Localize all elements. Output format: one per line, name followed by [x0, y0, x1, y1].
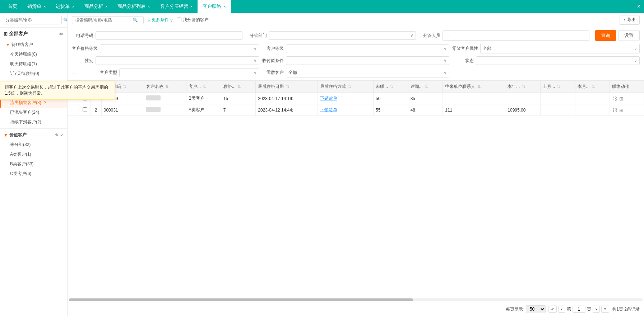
retailattr-select[interactable]: 全部 ∨	[480, 44, 640, 53]
chevron-down-icon: ∨	[444, 46, 447, 51]
sort-icon[interactable]: ⇅	[348, 84, 351, 89]
page-prefix: 第	[567, 306, 571, 312]
sidebar-item-7days[interactable]: 近7天待联络(0)	[0, 69, 67, 79]
row-checkbox-cell	[79, 104, 91, 116]
row-year-amount	[505, 93, 541, 104]
th-overdue: 逾期... ⇅	[408, 81, 443, 93]
contact-method-link[interactable]: 下销货单	[320, 96, 337, 101]
close-icon[interactable]: ×	[190, 4, 193, 9]
export-button[interactable]: ↑ 导出	[620, 15, 640, 25]
window-close-button[interactable]: ×	[637, 3, 640, 10]
first-page-btn[interactable]: «	[548, 306, 557, 313]
sort-icon[interactable]: ⇅	[165, 84, 169, 89]
per-page-select[interactable]: 50 20 100	[526, 305, 546, 313]
th-uncontacted: 未联... ⇅	[374, 81, 408, 93]
grid-action-icon[interactable]: ⊞	[619, 96, 624, 102]
nav-customer-segment[interactable]: 客户分层经营 ×	[155, 0, 198, 13]
gender-select[interactable]: ∨	[96, 56, 259, 65]
row-contact-count: 7	[221, 104, 256, 116]
collapse-icon[interactable]: ≫	[59, 31, 64, 37]
sort-icon[interactable]: ⇅	[123, 84, 126, 89]
search-input[interactable]	[75, 18, 133, 23]
subperson-select[interactable]: …	[443, 30, 589, 41]
scroll-thumb[interactable]	[69, 298, 413, 301]
custtype-select[interactable]: ∨	[119, 69, 259, 77]
pricegrd-select[interactable]: ∨	[100, 44, 259, 53]
close-icon[interactable]: ×	[105, 4, 107, 9]
sidebar-group-value[interactable]: ▼ 价值客户 ✎ ✓	[0, 130, 67, 140]
th-actions: 联络动作	[610, 81, 644, 93]
status-select[interactable]: ∨	[476, 56, 640, 65]
sidebar-search-input[interactable]	[3, 16, 62, 24]
my-customers-checkbox[interactable]	[177, 18, 181, 22]
sort-icon[interactable]: ⇅	[477, 84, 481, 89]
filter-phone-cell: 电话号码	[72, 31, 242, 40]
next-page-btn[interactable]: ›	[593, 306, 600, 313]
nav-product-analysis[interactable]: 商品分析 ×	[79, 0, 112, 13]
filter-row-3: 性别 ∨ 收付款条件 ∨ 状态 ∨	[72, 56, 640, 65]
sort-icon[interactable]: ⇅	[286, 84, 289, 89]
query-button[interactable]: 查询	[595, 30, 616, 41]
close-icon[interactable]: ×	[148, 4, 150, 9]
phone-input[interactable]	[96, 31, 242, 40]
sidebar-item-b-class[interactable]: B类客户(33)	[0, 159, 67, 169]
sort-icon[interactable]: ⇅	[390, 84, 393, 89]
nav-purchase[interactable]: 进货单 ×	[51, 0, 79, 13]
nav-customer-contact[interactable]: 客户联络 ×	[198, 0, 231, 13]
nav-home[interactable]: 首页	[3, 0, 22, 13]
more-conditions-btn[interactable]: ▽ 更多条件 ∨	[147, 17, 173, 23]
sort-icon[interactable]: ⇅	[425, 84, 428, 89]
sidebar-item-lost[interactable]: 已流失客户(24)	[0, 108, 67, 117]
edit-icon[interactable]: ✎	[55, 133, 59, 138]
retailcust-select[interactable]: 全部 ∨	[286, 68, 450, 77]
sidebar-item-a-class[interactable]: A类客户(1)	[0, 150, 67, 159]
grid-action-icon[interactable]: ⊞	[619, 107, 624, 113]
last-page-btn[interactable]: »	[601, 306, 610, 313]
link-action-icon[interactable]: ⛓	[612, 96, 617, 102]
th-last-contact-method: 最后联络方式 ⇅	[318, 81, 374, 93]
prev-page-btn[interactable]: ‹	[558, 306, 565, 313]
row-cust-type: B类客户	[186, 93, 221, 104]
row-checkbox[interactable]	[83, 107, 87, 112]
sort-icon[interactable]: ⇅	[237, 84, 241, 89]
dots-placeholder: …	[72, 70, 93, 75]
payment-select[interactable]: ∨	[286, 56, 450, 65]
filter-subdept-cell: 分管部门 ∨	[245, 31, 416, 40]
page-suffix: 页	[587, 306, 591, 312]
check-icon[interactable]: ✓	[60, 133, 64, 138]
nav-sales[interactable]: 销货单 ×	[22, 0, 51, 13]
close-icon[interactable]: ×	[72, 4, 74, 9]
horizontal-scrollbar[interactable]	[68, 297, 644, 302]
custgrd-select[interactable]: ∨	[286, 44, 450, 53]
sidebar-item-declining[interactable]: 持续下滑客户(2)	[0, 117, 67, 127]
close-icon[interactable]: ×	[43, 4, 46, 9]
sidebar-item-c-class[interactable]: C类客户(6)	[0, 169, 67, 179]
sidebar-item-tomorrow[interactable]: 明天待联络(1)	[0, 59, 67, 69]
table-row: 2 000031 A类客户 7 2023-04-12 14:44: 下销货单 5…	[68, 104, 644, 116]
page-input[interactable]	[573, 306, 585, 313]
contact-method-link[interactable]: 下销货单	[320, 107, 337, 112]
nav-product-analysis-list[interactable]: 商品分析列表 ×	[112, 0, 155, 13]
chevron-down-icon: ∨	[170, 18, 173, 23]
filter-pricegrd-cell: 客户价格等级 ∨	[72, 44, 259, 53]
search-box: 🔍	[72, 16, 144, 24]
sidebar-group-pending[interactable]: ▼ 待联络客户	[0, 40, 67, 49]
chevron-down-icon: ∨	[634, 58, 637, 63]
subdept-select[interactable]: ∨	[269, 31, 416, 40]
search-icon[interactable]: 🔍	[63, 18, 68, 23]
table-header-row: ⚙ 客户编码 ⇅ 客户名称 ⇅	[68, 81, 644, 93]
search-icon[interactable]: 🔍	[133, 18, 138, 23]
sidebar-item-ungrouped[interactable]: 未分组(32)	[0, 140, 67, 150]
sidebar-all-customers-title[interactable]: ⊞ 全部客户 ≫	[0, 28, 67, 40]
sort-icon[interactable]: ⇅	[557, 84, 560, 89]
sort-icon[interactable]: ⇅	[522, 84, 525, 89]
link-action-icon[interactable]: ⛓	[612, 107, 617, 113]
sort-icon[interactable]: ⇅	[592, 84, 595, 89]
settings-button[interactable]: 设置	[618, 30, 640, 41]
sort-icon[interactable]: ⇅	[203, 84, 206, 89]
customer-table: ⚙ 客户编码 ⇅ 客户名称 ⇅	[68, 81, 644, 116]
sidebar-item-today[interactable]: 今天待联络(0)	[0, 49, 67, 59]
advanced-filter: 电话号码 分管部门 ∨ 分管人员 … 查询 设置	[68, 27, 644, 81]
close-icon[interactable]: ×	[223, 4, 226, 9]
chevron-down-icon: ∨	[254, 58, 257, 63]
